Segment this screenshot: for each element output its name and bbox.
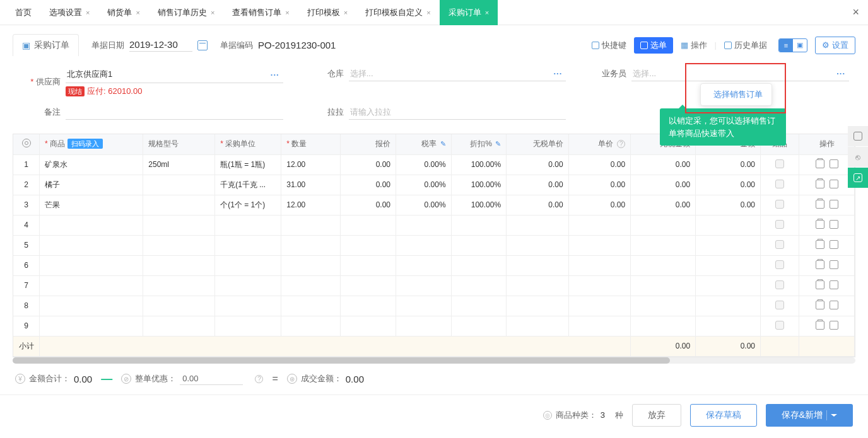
cell-unit[interactable]: 瓶(1瓶 = 1瓶) (215, 154, 281, 175)
cell-spec[interactable] (143, 316, 215, 336)
trash-icon[interactable] (816, 280, 824, 289)
cell-spec[interactable] (143, 275, 215, 296)
cell-price[interactable]: 0.00 (341, 175, 396, 195)
scan-input-button[interactable]: 扫码录入 (67, 139, 103, 149)
cell-tax[interactable] (396, 316, 451, 336)
copy-icon[interactable] (830, 159, 838, 168)
cell-tax[interactable]: 0.00% (396, 154, 451, 175)
cell-gift[interactable] (761, 215, 799, 235)
tab-sales-slip[interactable]: 销货单× (98, 0, 148, 25)
cell-product[interactable] (40, 275, 143, 296)
copy-icon[interactable] (830, 301, 838, 309)
cell-discount[interactable]: 100.00% (451, 154, 507, 175)
more-icon[interactable]: ··· (834, 69, 848, 78)
cell-unit-price[interactable]: 0.00 (568, 195, 631, 215)
cell-no-tax-price[interactable]: 0.00 (507, 154, 569, 175)
checkbox-icon[interactable] (775, 240, 784, 249)
cell-price[interactable]: 0.00 (341, 195, 396, 215)
table-row[interactable]: 4 (13, 215, 855, 235)
cell-gift[interactable] (761, 255, 799, 275)
cell-unit-price[interactable] (568, 275, 631, 296)
tab-option-settings[interactable]: 选项设置× (40, 0, 98, 25)
cell-qty[interactable] (281, 296, 341, 316)
cell-price[interactable] (341, 235, 396, 255)
checkbox-icon[interactable] (775, 321, 784, 330)
cell-no-tax-amount[interactable] (631, 255, 696, 275)
cell-no-tax-price[interactable] (507, 275, 569, 296)
select-sales-order-item[interactable]: 选择销售订单 (710, 89, 763, 100)
table-row[interactable]: 7 (13, 275, 855, 296)
close-icon[interactable]: × (86, 9, 90, 16)
lala-input[interactable] (349, 105, 566, 120)
date-input[interactable]: 2019-12-30 (129, 39, 192, 52)
copy-icon[interactable] (830, 321, 838, 330)
cell-qty[interactable] (281, 235, 341, 255)
trash-icon[interactable] (816, 240, 824, 249)
cell-product[interactable]: 矿泉水 (40, 154, 143, 175)
scrollbar-thumb[interactable] (13, 357, 670, 364)
warehouse-input[interactable]: ··· (349, 66, 566, 81)
info-icon[interactable]: ? (255, 375, 263, 383)
cell-qty[interactable]: 12.00 (281, 154, 341, 175)
cell-amount[interactable] (696, 235, 761, 255)
close-icon[interactable]: × (211, 9, 214, 16)
more-icon[interactable]: ··· (551, 69, 565, 78)
shortcut-button[interactable]: 快捷键 (588, 37, 630, 54)
edit-icon[interactable]: ✎ (495, 140, 501, 147)
cell-no-tax-price[interactable] (507, 316, 569, 336)
cell-unit[interactable] (215, 215, 281, 235)
cell-unit-price[interactable]: 0.00 (568, 175, 631, 195)
cell-amount[interactable] (696, 296, 761, 316)
trash-icon[interactable] (816, 301, 824, 309)
supplier-input[interactable]: 北京供应商1 ··· (66, 66, 283, 83)
cell-unit[interactable] (215, 296, 281, 316)
close-icon[interactable]: × (136, 9, 139, 16)
save-new-button[interactable]: 保存&新增 (766, 404, 853, 427)
cell-price[interactable] (341, 215, 396, 235)
cell-price[interactable] (341, 255, 396, 275)
cell-gift[interactable] (761, 275, 799, 296)
trash-icon[interactable] (816, 159, 824, 168)
cell-product[interactable] (40, 235, 143, 255)
cell-unit[interactable]: 个(1个 = 1个) (215, 195, 281, 215)
cell-qty[interactable] (281, 316, 341, 336)
select-doc-button[interactable]: 选单 (634, 37, 673, 54)
cell-discount[interactable] (451, 275, 507, 296)
save-draft-button[interactable]: 保存草稿 (690, 404, 757, 427)
cell-no-tax-amount[interactable]: 0.00 (631, 195, 696, 215)
cell-unit-price[interactable]: 0.00 (568, 154, 631, 175)
trash-icon[interactable] (816, 200, 824, 209)
table-row[interactable]: 5 (13, 235, 855, 255)
cell-amount[interactable]: 0.00 (696, 195, 761, 215)
cell-product[interactable] (40, 296, 143, 316)
cell-discount[interactable] (451, 296, 507, 316)
view-toggle[interactable]: ≡▣ (778, 38, 807, 52)
cell-unit-price[interactable] (568, 316, 631, 336)
cell-tax[interactable] (396, 235, 451, 255)
cell-no-tax-price[interactable]: 0.00 (507, 175, 569, 195)
tab-print-template[interactable]: 打印模板× (298, 0, 356, 25)
table-row[interactable]: 1矿泉水250ml瓶(1瓶 = 1瓶)12.000.000.00%100.00%… (13, 154, 855, 175)
trash-icon[interactable] (816, 260, 824, 269)
info-icon[interactable]: ? (617, 140, 625, 148)
cell-no-tax-amount[interactable]: 0.00 (631, 175, 696, 195)
close-icon[interactable]: × (344, 9, 348, 16)
cell-price[interactable]: 0.00 (341, 154, 396, 175)
cell-spec[interactable]: 250ml (143, 154, 215, 175)
cell-amount[interactable] (696, 316, 761, 336)
cell-product[interactable] (40, 255, 143, 275)
remark-input[interactable] (66, 105, 283, 120)
card-view-icon[interactable]: ▣ (793, 39, 807, 52)
abandon-button[interactable]: 放弃 (632, 404, 681, 427)
cell-unit[interactable] (215, 316, 281, 336)
copy-icon[interactable] (830, 240, 838, 249)
cell-amount[interactable] (696, 275, 761, 296)
close-icon[interactable]: × (485, 9, 489, 16)
cell-gift[interactable] (761, 316, 799, 336)
cell-spec[interactable] (143, 195, 215, 215)
cell-unit-price[interactable] (568, 296, 631, 316)
history-button[interactable]: 历史单据 (720, 37, 771, 54)
cell-tax[interactable]: 0.00% (396, 195, 451, 215)
cell-unit-price[interactable] (568, 255, 631, 275)
cell-amount[interactable]: 0.00 (696, 175, 761, 195)
